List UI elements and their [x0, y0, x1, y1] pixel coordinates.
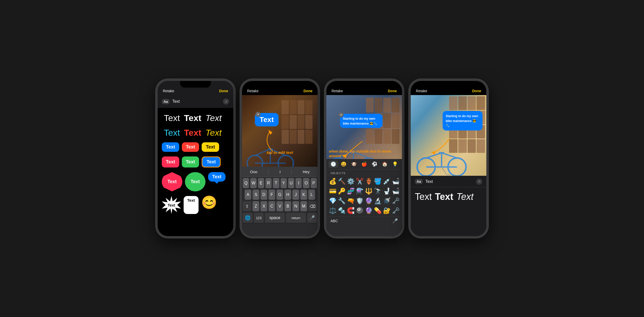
close-button-4[interactable]: ✕	[476, 179, 482, 185]
emoji-grid-3[interactable]: 💰 🔨 ⚙️ ✂️ 🏺 🪣 💉 🛁 💳 🔑 🧬 ⚗️ 🔱 🔭	[326, 176, 402, 216]
emoji-14[interactable]: 🔭	[373, 187, 382, 196]
key-v[interactable]: V	[276, 201, 283, 211]
retake-button-2[interactable]: Retake	[247, 89, 258, 93]
bubble-style-pink[interactable]: Text	[162, 156, 179, 167]
key-g[interactable]: G	[276, 190, 283, 200]
emoji-8[interactable]: 🛁	[391, 177, 400, 186]
emoji-12[interactable]: ⚗️	[355, 187, 364, 196]
key-w[interactable]: W	[250, 178, 256, 188]
emoji-cat-objects[interactable]: 💡	[390, 161, 400, 168]
emoji-3[interactable]: ⚙️	[346, 177, 355, 186]
key-123[interactable]: 123	[254, 213, 264, 223]
key-l[interactable]: L	[308, 190, 315, 200]
bubble-style-heart[interactable]: Text	[162, 172, 182, 191]
suggestion-1[interactable]: Ooo	[245, 168, 262, 175]
emoji-16[interactable]: 🛁	[391, 187, 400, 196]
key-x[interactable]: X	[261, 201, 267, 211]
retake-button-3[interactable]: Retake	[332, 89, 343, 93]
emoji-6[interactable]: 🪣	[373, 177, 382, 186]
key-b[interactable]: B	[284, 201, 291, 211]
key-c[interactable]: C	[269, 201, 275, 211]
abc-label[interactable]: ABC	[330, 219, 338, 223]
style-plain-4[interactable]: Text	[415, 191, 432, 202]
text-bubble-3[interactable]: Starting to do my own bike maintenance 😎…	[340, 114, 382, 128]
done-button-1[interactable]: Done	[219, 89, 228, 93]
done-button-3[interactable]: Done	[388, 89, 397, 93]
keyboard-area-2[interactable]: Ooo I Hey Q W E R T Y	[242, 167, 318, 236]
key-d[interactable]: D	[261, 190, 267, 200]
bubble-style-blue[interactable]: Text	[162, 142, 179, 152]
emoji-1[interactable]: 💰	[328, 177, 337, 186]
done-button-2[interactable]: Done	[303, 89, 312, 93]
key-p[interactable]: P	[311, 178, 317, 188]
close-button-1[interactable]: ✕	[223, 98, 229, 105]
emoji-9[interactable]: 💳	[328, 187, 337, 196]
bubble-style-starburst[interactable]: Text	[162, 196, 181, 214]
style-italic[interactable]: Text	[205, 113, 222, 123]
emoji-26[interactable]: 🔩	[337, 206, 346, 215]
emoji-20[interactable]: 🛡️	[355, 196, 364, 206]
emoji-25[interactable]: ⚖️	[328, 206, 337, 215]
emoji-11[interactable]: 🧬	[346, 187, 355, 196]
aa-badge-4[interactable]: Aa	[415, 179, 423, 184]
emoji-31[interactable]: 🔐	[382, 206, 391, 215]
key-o[interactable]: O	[303, 178, 309, 188]
retake-button-1[interactable]: Retake	[163, 89, 174, 93]
bubble-style-cloud[interactable]: Text	[184, 196, 199, 214]
bubble-style-green[interactable]: Text	[182, 156, 199, 167]
bubble-style-speech[interactable]: Text	[208, 172, 226, 182]
suggestion-2[interactable]: I	[274, 168, 286, 175]
emoji-13[interactable]: 🔱	[364, 187, 373, 196]
key-r[interactable]: R	[265, 178, 272, 188]
emoji-15[interactable]: 🚽	[382, 187, 391, 196]
done-button-4[interactable]: Done	[472, 89, 481, 93]
key-delete[interactable]: ⌫	[308, 201, 317, 211]
close-bubble-2[interactable]: ✕	[255, 112, 261, 117]
emoji-7[interactable]: 💉	[382, 177, 391, 186]
key-a[interactable]: A	[245, 190, 251, 200]
emoji-23[interactable]: 🚿	[382, 196, 391, 206]
keyboard-rows-2[interactable]: Q W E R T Y U I O P A	[242, 177, 318, 225]
key-i[interactable]: I	[296, 178, 302, 188]
retake-button-4[interactable]: Retake	[416, 89, 427, 93]
close-bubble-3[interactable]: ✕	[338, 112, 344, 117]
emoji-face-style[interactable]: 😊	[201, 196, 217, 214]
emoji-picker-3[interactable]: 🕐 😀 🐶 🍎 ⚽ 🏠 💡 💕 🚩 ✕ OBJECTS 💰	[326, 159, 402, 236]
key-shift[interactable]: ⇧	[243, 201, 251, 211]
mic-icon-emoji[interactable]: 🎤	[392, 218, 398, 224]
bubble-style-red[interactable]: Text	[182, 142, 199, 152]
style-bold-4[interactable]: Text	[435, 191, 453, 202]
key-j[interactable]: J	[292, 190, 299, 200]
emoji-21[interactable]: 🔮	[364, 196, 373, 206]
emoji-2[interactable]: 🔨	[337, 177, 346, 186]
style-red-text[interactable]: Text	[184, 128, 201, 138]
key-k[interactable]: K	[300, 190, 307, 200]
style-plain[interactable]: Text	[164, 113, 180, 123]
emoji-29[interactable]: 🔮	[364, 206, 373, 215]
key-e[interactable]: E	[258, 178, 264, 188]
emoji-cat-symbols[interactable]: 💕	[400, 161, 402, 168]
key-s[interactable]: S	[253, 190, 259, 200]
style-cyan[interactable]: Text	[164, 128, 180, 138]
bubble-style-blue-outline[interactable]: Text	[202, 156, 221, 167]
key-y[interactable]: Y	[281, 178, 287, 188]
emoji-10[interactable]: 🔑	[337, 187, 346, 196]
key-globe[interactable]: 🌐	[243, 213, 253, 223]
style-bold[interactable]: Text	[184, 113, 201, 123]
emoji-24[interactable]: 🗝️	[391, 196, 400, 206]
emoji-17[interactable]: 💎	[328, 196, 337, 206]
emoji-5[interactable]: 🏺	[364, 177, 373, 186]
key-q[interactable]: Q	[243, 178, 249, 188]
bubble-style-yellow[interactable]: Text	[202, 142, 219, 152]
key-h[interactable]: H	[284, 190, 291, 200]
style-italic-4[interactable]: Text	[456, 191, 473, 202]
text-bubble-4[interactable]: Starting to do my own bike maintenance 😎…	[443, 111, 482, 130]
emoji-18[interactable]: 🔧	[337, 196, 346, 206]
suggestion-3[interactable]: Hey	[298, 168, 315, 175]
key-space[interactable]: space	[265, 213, 285, 223]
emoji-32[interactable]: 🗝️	[391, 206, 400, 215]
key-mic[interactable]: 🎤	[307, 213, 317, 223]
key-f[interactable]: F	[269, 190, 275, 200]
bubble-style-circle[interactable]: Text	[185, 172, 205, 191]
key-m[interactable]: M	[300, 201, 307, 211]
